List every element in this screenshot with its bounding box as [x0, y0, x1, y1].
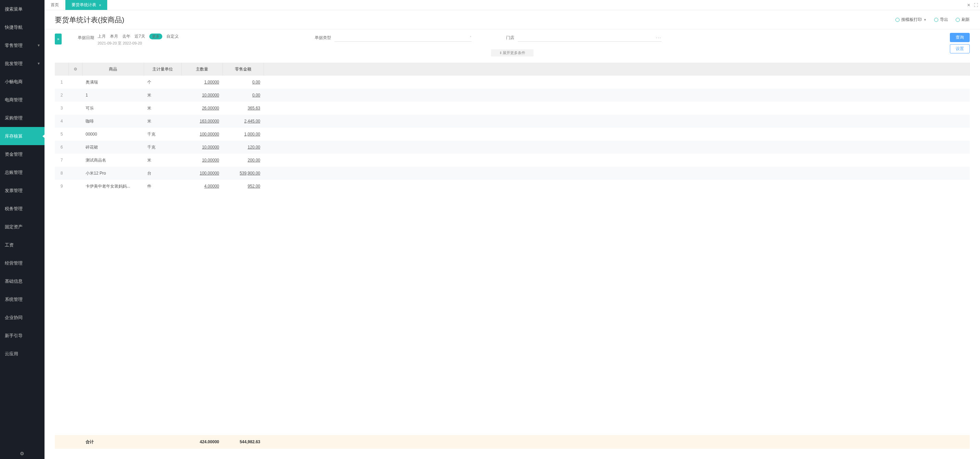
- date-custom[interactable]: 自定义: [166, 33, 179, 40]
- cell-qty[interactable]: 100.00000: [181, 128, 223, 141]
- date-preset-1[interactable]: 本月: [110, 33, 118, 40]
- cell-amount[interactable]: 0.00: [223, 76, 264, 89]
- sidebar-item-1[interactable]: 快捷导航: [0, 18, 45, 36]
- cell-product: 00000: [82, 128, 144, 141]
- cell-amount[interactable]: 2,445.00: [223, 115, 264, 128]
- sidebar-item-2[interactable]: 零售管理▼: [0, 36, 45, 54]
- search-button[interactable]: 查询: [950, 33, 970, 42]
- chevron-down-icon: ▼: [37, 54, 40, 73]
- cell-spacer: [264, 115, 970, 128]
- cell-gear: [68, 128, 82, 141]
- doc-type-select[interactable]: ˅: [334, 33, 471, 42]
- sidebar-item-19[interactable]: 云应用: [0, 345, 45, 363]
- cell-gear: [68, 102, 82, 115]
- cell-amount[interactable]: 539,900.00: [223, 167, 264, 180]
- expand-more-conditions[interactable]: 展开更多条件: [491, 49, 534, 57]
- sidebar-item-7[interactable]: 库存核算: [0, 127, 45, 145]
- sidebar-item-8[interactable]: 资金管理: [0, 145, 45, 163]
- cell-amount[interactable]: 952.00: [223, 180, 264, 193]
- cell-no: 1: [55, 76, 68, 89]
- filter-date: 单据日期 上月本月去年近7天更多自定义 2021-09-20 至 2022-09…: [68, 33, 179, 46]
- cell-amount[interactable]: 200.00: [223, 154, 264, 167]
- print-action[interactable]: 按模板打印 ▼: [896, 17, 927, 22]
- sidebar-item-14[interactable]: 经营管理: [0, 254, 45, 272]
- cell-product: 可乐: [82, 102, 144, 115]
- sidebar-item-17[interactable]: 企业协同: [0, 308, 45, 327]
- cell-qty[interactable]: 10.00000: [181, 89, 223, 102]
- sidebar-item-5[interactable]: 电商管理: [0, 91, 45, 109]
- export-action[interactable]: 导出: [934, 17, 948, 22]
- table-row[interactable]: 3可乐米26.00000365.63: [55, 102, 970, 115]
- refresh-action[interactable]: 刷新: [956, 17, 970, 22]
- cell-gear: [68, 167, 82, 180]
- page-header: 要货单统计表(按商品) 按模板打印 ▼ 导出 刷新: [45, 10, 980, 29]
- sidebar-item-10[interactable]: 发票管理: [0, 181, 45, 200]
- cell-amount[interactable]: 365.63: [223, 102, 264, 115]
- sidebar-item-15[interactable]: 基础信息: [0, 272, 45, 290]
- filter-doc-type: 单据类型 ˅: [305, 33, 471, 42]
- sidebar-item-18[interactable]: 新手引导: [0, 327, 45, 345]
- cell-qty[interactable]: 26.00000: [181, 102, 223, 115]
- table-row[interactable]: 1奥满瑞个1.000000.00: [55, 76, 970, 89]
- cell-qty[interactable]: 10.00000: [181, 141, 223, 154]
- chevron-down-icon: ▼: [923, 18, 927, 22]
- date-preset-0[interactable]: 上月: [98, 33, 106, 40]
- cell-unit: 米: [144, 115, 181, 128]
- chevron-down-icon: ▼: [37, 36, 40, 54]
- date-preset-3[interactable]: 近7天: [135, 33, 145, 40]
- tab-1[interactable]: 要货单统计表×: [65, 0, 108, 10]
- sidebar-item-12[interactable]: 固定资产: [0, 218, 45, 236]
- sidebar-item-4[interactable]: 小畅电商: [0, 73, 45, 91]
- sidebar-item-label: 库存核算: [5, 127, 22, 145]
- cell-qty[interactable]: 10.00000: [181, 154, 223, 167]
- gear-header[interactable]: ⚙: [68, 63, 82, 76]
- sidebar-item-13[interactable]: 工资: [0, 236, 45, 254]
- cell-gear: [68, 180, 82, 193]
- table-row[interactable]: 6碎花裙千克10.00000120.00: [55, 141, 970, 154]
- table-row[interactable]: 7测试商品名米10.00000200.00: [55, 154, 970, 167]
- sidebar-item-label: 零售管理: [5, 36, 22, 54]
- store-select[interactable]: ···: [518, 33, 662, 42]
- sidebar-item-label: 企业协同: [5, 308, 22, 327]
- sidebar-item-label: 电商管理: [5, 91, 22, 109]
- sidebar-item-label: 小畅电商: [5, 73, 22, 91]
- col-spacer: [264, 63, 970, 76]
- cell-qty[interactable]: 4.00000: [181, 180, 223, 193]
- sidebar-item-label: 经营管理: [5, 254, 22, 272]
- cell-spacer: [264, 89, 970, 102]
- table-row[interactable]: 9卡伊美中老年女装妈妈...件4.00000952.00: [55, 180, 970, 193]
- sidebar-item-label: 工资: [5, 236, 14, 254]
- tab-close-icon[interactable]: ✕: [967, 3, 970, 8]
- row-number-header: [55, 63, 68, 76]
- collapse-handle[interactable]: »: [55, 33, 62, 44]
- table-row[interactable]: 500000千克100.000001,000.00: [55, 128, 970, 141]
- sidebar-item-16[interactable]: 系统管理: [0, 290, 45, 308]
- tab-expand-icon[interactable]: ⛶: [974, 3, 978, 8]
- close-icon[interactable]: ×: [99, 3, 101, 7]
- date-preset-2[interactable]: 去年: [122, 33, 130, 40]
- cell-qty[interactable]: 100.00000: [181, 167, 223, 180]
- cell-unit: 件: [144, 180, 181, 193]
- cell-amount[interactable]: 0.00: [223, 89, 264, 102]
- cell-product: 小米12 Pro: [82, 167, 144, 180]
- tab-0[interactable]: 首页: [45, 0, 65, 10]
- date-more-badge[interactable]: 更多: [149, 33, 162, 40]
- sidebar-item-0[interactable]: 搜索菜单: [0, 0, 45, 18]
- sidebar-item-6[interactable]: 采购管理: [0, 109, 45, 127]
- sidebar-item-9[interactable]: 总账管理: [0, 163, 45, 181]
- table-row[interactable]: 8小米12 Pro台100.00000539,900.00: [55, 167, 970, 180]
- sidebar-item-label: 系统管理: [5, 290, 22, 308]
- setting-button[interactable]: 设置: [950, 44, 970, 53]
- cell-qty[interactable]: 163.00000: [181, 115, 223, 128]
- sidebar-settings-icon[interactable]: ⚙: [20, 451, 24, 456]
- cell-qty[interactable]: 1.00000: [181, 76, 223, 89]
- cell-amount[interactable]: 1,000.00: [223, 128, 264, 141]
- sidebar-item-label: 搜索菜单: [5, 0, 22, 18]
- table-row[interactable]: 4咖啡米163.000002,445.00: [55, 115, 970, 128]
- col-qty: 主数量: [181, 63, 223, 76]
- sidebar-item-11[interactable]: 税务管理: [0, 200, 45, 218]
- table-row[interactable]: 21米10.000000.00: [55, 89, 970, 102]
- cell-amount[interactable]: 120.00: [223, 141, 264, 154]
- filter-bar: » 单据日期 上月本月去年近7天更多自定义 2021-09-20 至 2022-…: [45, 29, 980, 57]
- sidebar-item-3[interactable]: 批发管理▼: [0, 54, 45, 73]
